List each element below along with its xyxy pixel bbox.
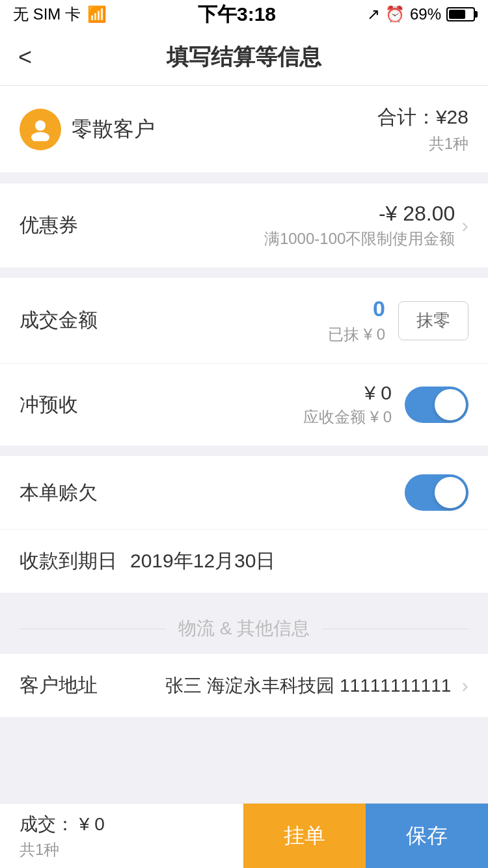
coupon-row[interactable]: 优惠券 -¥ 28.00 满1000-100不限制使用金额 › [0, 183, 488, 267]
deal-section: 成交金额 0 已抹 ¥ 0 抹零 冲预收 ¥ 0 应收金额 ¥ 0 [0, 278, 488, 446]
alarm-icon: ⏰ [385, 5, 405, 23]
status-right: ↗ ⏰ 69% [367, 5, 475, 23]
status-bar: 无 SIM 卡 📶 下午3:18 ↗ ⏰ 69% [0, 0, 488, 29]
precollect-sub: 应收金额 ¥ 0 [303, 407, 392, 427]
address-chevron-icon: › [461, 673, 468, 698]
wifi-icon: 📶 [87, 5, 107, 23]
battery-text: 69% [410, 5, 441, 23]
avatar [20, 109, 61, 150]
debit-section: 本单赊欠 收款到期日 2019年12月30日 [0, 456, 488, 593]
location-icon: ↗ [367, 5, 380, 23]
pending-button[interactable]: 挂单 [243, 804, 366, 869]
debit-row: 本单赊欠 [0, 456, 488, 529]
logistics-divider: 物流 & 其他信息 [0, 603, 488, 654]
bottom-summary: 成交： ¥ 0 共1种 [0, 812, 243, 860]
page-title: 填写结算等信息 [167, 42, 321, 72]
precollect-label: 冲预收 [20, 392, 78, 418]
bottom-deal-prefix: 成交： [20, 814, 74, 834]
coupon-label: 优惠券 [20, 212, 78, 239]
precollect-row: 冲预收 ¥ 0 应收金额 ¥ 0 [0, 363, 488, 446]
deal-amount-row: 成交金额 0 已抹 ¥ 0 抹零 [0, 278, 488, 363]
duedate-label: 收款到期日 [20, 548, 117, 575]
svg-point-1 [31, 132, 49, 141]
coupon-desc: 满1000-100不限制使用金额 [264, 228, 455, 249]
deal-amount-sub: 已抹 ¥ 0 [328, 324, 385, 345]
bottom-bar: 成交： ¥ 0 共1种 挂单 保存 [0, 803, 488, 868]
customer-name: 零散客户 [72, 115, 155, 144]
coupon-info: -¥ 28.00 满1000-100不限制使用金额 [264, 202, 455, 249]
round-zero-button[interactable]: 抹零 [398, 301, 468, 340]
chevron-right-icon: › [461, 213, 468, 237]
save-button[interactable]: 保存 [366, 804, 488, 869]
precollect-amount: ¥ 0 [303, 382, 392, 404]
customer-right: 合计：¥28 共1种 [377, 104, 468, 154]
status-left: 无 SIM 卡 📶 [13, 4, 107, 25]
debit-toggle-knob [435, 477, 466, 508]
duedate-value: 2019年12月30日 [130, 548, 275, 575]
address-label: 客户地址 [20, 672, 98, 699]
deal-right: 0 已抹 ¥ 0 抹零 [328, 296, 468, 345]
deal-amount-group: 0 已抹 ¥ 0 [328, 296, 385, 345]
duedate-row: 收款到期日 2019年12月30日 [0, 529, 488, 593]
address-row[interactable]: 客户地址 张三 海淀永丰科技园 11111111111 › [0, 654, 488, 717]
carrier-text: 无 SIM 卡 [13, 4, 81, 25]
coupon-discount: -¥ 28.00 [264, 202, 455, 226]
time-display: 下午3:18 [198, 1, 276, 28]
logistics-label: 物流 & 其他信息 [165, 618, 323, 638]
bottom-deal-amount: ¥ 0 [79, 814, 105, 834]
back-button[interactable]: < [18, 44, 32, 71]
customer-row: 零散客户 合计：¥28 共1种 [0, 86, 488, 172]
customer-left: 零散客户 [20, 109, 155, 150]
bottom-deal-label: 成交： ¥ 0 [20, 812, 224, 837]
debit-toggle[interactable] [405, 474, 468, 511]
deal-amount-label: 成交金额 [20, 307, 98, 334]
toggle-knob [435, 389, 466, 420]
customer-total: 合计：¥28 [377, 104, 468, 131]
debit-label: 本单赊欠 [20, 480, 98, 506]
customer-count: 共1种 [377, 133, 468, 154]
coupon-right: -¥ 28.00 满1000-100不限制使用金额 › [264, 202, 468, 249]
address-value: 张三 海淀永丰科技园 11111111111 [98, 673, 461, 698]
svg-point-0 [35, 120, 46, 131]
nav-bar: < 填写结算等信息 [0, 29, 488, 86]
precollect-info: ¥ 0 应收金额 ¥ 0 [303, 382, 392, 427]
precollect-toggle[interactable] [405, 387, 468, 423]
battery-icon [446, 7, 475, 21]
precollect-right: ¥ 0 应收金额 ¥ 0 [303, 382, 468, 427]
deal-amount-value: 0 [328, 296, 385, 321]
bottom-count: 共1种 [20, 839, 224, 860]
content: 零散客户 合计：¥28 共1种 优惠券 -¥ 28.00 满1000-100不限… [0, 86, 488, 806]
